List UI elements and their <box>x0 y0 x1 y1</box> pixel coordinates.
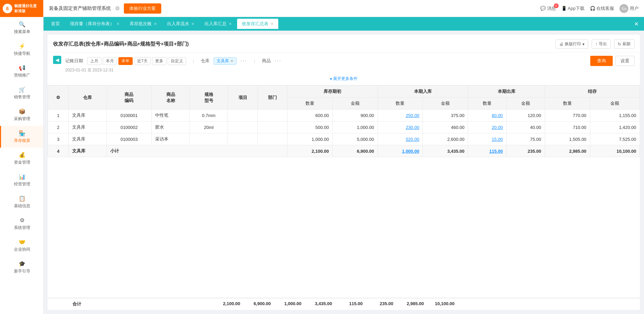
col-settings-header[interactable]: ⚙ <box>48 86 69 110</box>
date-btn-last-month[interactable]: 上月 <box>87 57 101 65</box>
try-industry-button[interactable]: 体验行业方案 <box>124 3 161 14</box>
date-btn-7days[interactable]: 近7天 <box>134 57 151 65</box>
warehouse-filter-tag[interactable]: 文具库 ✕ <box>214 57 236 65</box>
tab-close-5[interactable]: ✕ <box>270 22 274 26</box>
close-all-tabs-button[interactable]: ✕ <box>631 21 641 27</box>
tab-5[interactable]: 收发存汇总表✕ <box>237 19 278 29</box>
subtotal-no: 4 <box>48 145 69 157</box>
sidebar-item-search[interactable]: 🔍搜索菜单 <box>0 17 43 39</box>
expand-conditions-button[interactable]: ▾ 展开更多条件 <box>330 76 358 82</box>
footer-empty1 <box>51 301 63 307</box>
gear-icon[interactable]: ⚙ <box>115 5 120 12</box>
filter-toggle-button[interactable]: ◀ <box>53 56 61 64</box>
cell-in-qty-1[interactable]: 230.00 <box>378 121 423 133</box>
tab-close-3[interactable]: ✕ <box>191 22 194 26</box>
cell-project-2 <box>228 133 258 145</box>
cell-in-amt-1: 460.00 <box>423 121 468 133</box>
col-open-qty-header: 数量 <box>287 98 332 110</box>
tab-close-1[interactable]: ✕ <box>116 22 119 26</box>
cell-project-1 <box>228 121 258 133</box>
sidebar-icon-basicinfo: 📋 <box>19 195 26 202</box>
date-label: 记账日期 <box>65 58 83 64</box>
refresh-label: 刷新 <box>623 41 631 47</box>
warehouse-more-button[interactable]: ··· <box>241 58 247 64</box>
tab-4[interactable]: 出入库汇总✕ <box>200 19 236 29</box>
subtotal-open-qty: 2,100.00 <box>287 145 332 157</box>
filter-main-row: 记账日期 上月 本月 本年 近7天 更多 自定义 | 仓库 <box>65 56 634 66</box>
col-inbound-header: 本期入库 <box>378 86 468 98</box>
sidebar-item-finance[interactable]: 💰资金管理 <box>0 148 43 169</box>
warehouse-tag-text: 文具库 <box>217 58 229 64</box>
tab-0[interactable]: 首页 <box>46 19 65 29</box>
date-range-text: 2023-01-01 至 2023-12-31 <box>65 68 113 72</box>
col-bal-amt-header: 金额 <box>590 98 640 110</box>
sidebar-item-inventory[interactable]: 🏪库存核算 <box>0 126 43 148</box>
sidebar-icon-search: 🔍 <box>19 21 26 28</box>
cell-out-qty-1[interactable]: 20.00 <box>468 121 507 133</box>
phone-icon: 📱 <box>561 6 567 11</box>
online-service-link[interactable]: 🎧 在线客服 <box>590 5 614 12</box>
date-btn-this-year[interactable]: 本年 <box>118 57 133 65</box>
subtotal-warehouse: 文具库 <box>69 145 106 157</box>
footer-total-label: 合计 <box>63 301 90 307</box>
col-out-amt-header: 金额 <box>507 98 545 110</box>
print-button[interactable]: 🖨 换版打印 ▾ <box>556 39 588 49</box>
sidebar-label-basicinfo: 基础信息 <box>14 203 30 209</box>
print-label: 换版打印 <box>565 41 581 47</box>
sidebar-item-cooperation[interactable]: 🤝企业协同 <box>0 235 43 257</box>
app-download-link[interactable]: 📱 App下载 <box>561 5 584 12</box>
table-row: 3 文具库 0100003 采访本 1,000.00 5,000.00 520.… <box>48 133 640 145</box>
cell-no-1: 2 <box>48 121 69 133</box>
refresh-button[interactable]: ↻ 刷新 <box>614 39 634 49</box>
tab-label-0: 首页 <box>51 21 60 27</box>
tab-1[interactable]: 现存量（库存分布表）✕ <box>65 19 124 29</box>
subtotal-out-qty[interactable]: 115.00 <box>468 145 507 157</box>
topbar: 装备及固定资产辅助管理系统 ⚙ 体验行业方案 💬 消息 6 📱 App下载 🎧 … <box>44 0 644 17</box>
sidebar-item-quicknav[interactable]: ⚡快捷导航 <box>0 39 43 61</box>
sidebar-item-sales[interactable]: 🛒销售管理 <box>0 82 43 104</box>
date-btn-custom[interactable]: 自定义 <box>168 57 186 65</box>
date-btn-more[interactable]: 更多 <box>152 57 166 65</box>
sidebar-item-system[interactable]: ⚙系统管理 <box>0 213 43 235</box>
footer-out-amt: 235.00 <box>363 301 393 307</box>
online-service-label: 在线客服 <box>596 6 614 11</box>
sidebar-item-basicinfo[interactable]: 📋基础信息 <box>0 191 43 213</box>
cell-out-amt-0: 120.00 <box>507 110 545 121</box>
cell-bal-qty-2: 1,505.00 <box>545 133 590 145</box>
column-settings-icon[interactable]: ⚙ <box>56 95 60 100</box>
setting-button[interactable]: 设置 <box>615 56 634 66</box>
cell-out-qty-0[interactable]: 80.00 <box>468 110 507 121</box>
cell-code-2: 0100003 <box>106 133 152 145</box>
sidebar-icon-finance: 💰 <box>19 152 26 158</box>
refresh-icon: ↻ <box>618 42 621 47</box>
export-button[interactable]: ↑ 导出 <box>592 39 611 49</box>
sidebar-item-operations[interactable]: 📊经营管理 <box>0 169 43 191</box>
query-button[interactable]: 查询 <box>590 56 613 66</box>
app-logo: 6 畅捷通好生意 标准版 <box>0 0 43 17</box>
warehouse-tag-close[interactable]: ✕ <box>230 59 233 63</box>
tab-3[interactable]: 出入库流水✕ <box>162 19 199 29</box>
footer-grid: 合计 2,100.00 6,900.00 1,000.00 3,435.00 1… <box>51 301 637 307</box>
tab-close-4[interactable]: ✕ <box>229 22 232 26</box>
message-button[interactable]: 💬 消息 6 <box>540 5 556 12</box>
topbar-right: 💬 消息 6 📱 App下载 🎧 在线客服 Ea 用户 <box>540 4 639 13</box>
user-area[interactable]: Ea 用户 <box>620 4 639 13</box>
topbar-left: 装备及固定资产辅助管理系统 ⚙ 体验行业方案 <box>49 3 161 14</box>
tab-close-2[interactable]: ✕ <box>154 22 157 26</box>
tab-label-4: 出入库汇总 <box>204 21 227 27</box>
avatar: Ea <box>620 4 628 13</box>
sidebar-item-purchase[interactable]: 📦采购管理 <box>0 104 43 126</box>
app-version: 标准版 <box>14 9 37 14</box>
sidebar-item-newbie[interactable]: 🎓新手引导 <box>0 257 43 278</box>
date-btn-this-month[interactable]: 本月 <box>103 57 117 65</box>
goods-more-button[interactable]: ··· <box>275 58 281 64</box>
cell-out-qty-2[interactable]: 15.00 <box>468 133 507 145</box>
subtotal-in-qty[interactable]: 1,000.00 <box>378 145 423 157</box>
cell-in-qty-2[interactable]: 520.00 <box>378 133 423 145</box>
sidebar-item-marketing[interactable]: 📢营销推广 <box>0 61 43 82</box>
col-balance-header: 结存 <box>545 86 640 98</box>
cell-bal-amt-2: 7,525.00 <box>590 133 640 145</box>
cell-name-2: 采访本 <box>152 133 189 145</box>
tab-2[interactable]: 库存批次账✕ <box>125 19 162 29</box>
cell-in-qty-0[interactable]: 250.00 <box>378 110 423 121</box>
